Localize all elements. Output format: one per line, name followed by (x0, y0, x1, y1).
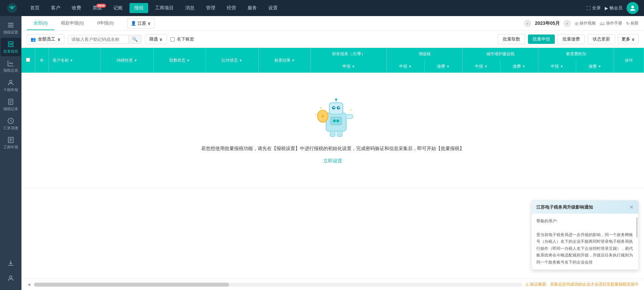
nav-right-actions: ⛶ 全屏 ▶ 畅会员 (586, 2, 639, 14)
filter-icon-vat-dec[interactable]: ▼ (409, 65, 412, 68)
left-arrow-icon[interactable]: ◄ (27, 282, 31, 287)
sidebar-label-batch-tax: 批量报税 (3, 49, 18, 54)
op-video-link[interactable]: ◎ 操作视频 (575, 20, 596, 26)
horizontal-scrollbar[interactable] (34, 283, 522, 287)
employee-select[interactable]: 👥 全部员工 ∨ (27, 34, 64, 44)
book-icon: 📖 (600, 21, 605, 26)
sidebar-item-settlement[interactable]: 汇算清缴 (1, 115, 21, 133)
filter-icon-tax-nature[interactable]: ▼ (134, 59, 138, 62)
nav-accounting[interactable]: 记账 (109, 3, 127, 13)
th-city-declare: 申报 ▼ (463, 60, 500, 73)
sidebar-label-annual-report: 工商年报 (3, 145, 18, 149)
checkbox-label-accounts[interactable]: 名下账套 (170, 36, 194, 42)
filter-icon-compare[interactable]: ▼ (239, 59, 243, 62)
nav-business[interactable]: 工商项目 (150, 3, 178, 13)
province-selector[interactable]: 👤 江苏 ∨ (127, 18, 155, 28)
th-edu-pay: 缴费 ▼ (576, 60, 614, 73)
search-input[interactable] (68, 35, 128, 44)
notification-header: 江苏电子税务局升级影响通知 ✕ (532, 201, 638, 214)
sidebar-item-user-profile[interactable] (1, 272, 21, 285)
filter-icon-fin-dec[interactable]: ▼ (352, 65, 355, 68)
notification-body: 尊敬的用户:受当前电子税务局进一步升级的影响，同一个政务网账号（办税人）名下的企… (532, 214, 638, 270)
fullscreen-button[interactable]: ⛶ 全屏 (586, 5, 601, 11)
nav-service[interactable]: 服务 (243, 3, 262, 13)
th-edu-declare: 申报 ▼ (538, 60, 576, 73)
svg-point-31 (336, 120, 339, 122)
search-button[interactable]: 🔍 (128, 35, 141, 44)
filter-icon-customer[interactable]: ▼ (70, 59, 73, 62)
empty-state-row: ¥ ✦ ✦ ✦ 若您想使用批量报税功能，请先在【报税设置】中进行报税的初始化设置… (21, 73, 644, 188)
nav-billing[interactable]: 收费 (67, 3, 86, 13)
nav-operation[interactable]: 经营 (222, 3, 241, 13)
th-city-pay: 缴费 ▼ (500, 60, 538, 73)
tab-zero-declare[interactable]: 0申报(0) (91, 17, 120, 30)
filter-icon-vat-pay[interactable]: ▼ (446, 65, 450, 68)
sidebar-item-tax-settings[interactable]: 报税设置 (1, 19, 21, 37)
sub-tabs-row: 全部(0) 税款申报(0) 0申报(0) 👤 江苏 ∨ ‹ 2023年05月 › (21, 16, 644, 31)
setup-link[interactable]: 立即设置 (323, 158, 342, 164)
sidebar-item-download[interactable] (1, 257, 21, 269)
bottom-bar: ◄ ⚠ 验证账密、采集信息均成功的企业才会流转至批量报税页面中 (21, 279, 644, 290)
th-financial-group: 财务报表（月/季） (311, 48, 387, 60)
nav-home[interactable]: 首页 (25, 3, 44, 13)
nav-settings[interactable]: 设置 (264, 3, 282, 13)
nav-message[interactable]: 消息 (180, 3, 199, 13)
empty-state-illustration: ¥ ✦ ✦ ✦ (313, 96, 353, 136)
sidebar-item-personal-tax[interactable]: 个税申报 (1, 76, 21, 95)
new-badge: NEW (96, 4, 106, 8)
close-notification-button[interactable]: ✕ (629, 204, 634, 210)
sidebar-item-tax-overview[interactable]: 报税总览 (1, 57, 21, 75)
notif-scroll-thumb (636, 217, 638, 237)
th-financial-declare: 申报 ▼ (311, 60, 387, 73)
notification-scrollbar[interactable] (636, 214, 638, 270)
video-icon: ◎ (575, 21, 578, 26)
th-fetch-status: 取数状态 ▼ (153, 48, 206, 73)
nav-manage[interactable]: 管理 (201, 3, 220, 13)
refresh-button[interactable]: ↻ 刷新 (626, 20, 639, 26)
filter-button[interactable]: 筛选 ∨ (145, 34, 167, 44)
svg-point-21 (333, 107, 335, 108)
next-month-button[interactable]: › (564, 20, 571, 27)
prev-month-button[interactable]: ‹ (524, 20, 531, 27)
status-update-button[interactable]: 状态更新 (588, 34, 615, 44)
svg-point-22 (338, 107, 339, 108)
fullscreen-icon: ⛶ (586, 6, 591, 11)
filter-icon-city-pay[interactable]: ▼ (522, 65, 526, 68)
sidebar-label-personal-tax: 个税申报 (3, 88, 18, 92)
tab-tax-declare[interactable]: 税款申报(0) (54, 17, 91, 30)
accounts-checkbox[interactable] (170, 37, 175, 42)
batch-fetch-button[interactable]: 批量取数 (498, 34, 525, 44)
gear-icon[interactable]: ⚙ (40, 58, 44, 63)
batch-pay-button[interactable]: 批量缴费 (557, 34, 585, 44)
th-vat-group: 增值税 (387, 48, 463, 60)
nav-customer[interactable]: 客户 (46, 3, 65, 13)
tab-all[interactable]: 全部(0) (27, 17, 54, 30)
refresh-icon: ↻ (626, 21, 630, 26)
sidebar-item-tax-records[interactable]: 报税记录 (1, 95, 21, 114)
more-button[interactable]: 更多 ∨ (618, 34, 639, 44)
filter-icon-edu-dec[interactable]: ▼ (560, 65, 564, 68)
scroll-thumb (34, 283, 229, 287)
nav-invoice[interactable]: 票据 NEW (88, 3, 107, 13)
nav-tax[interactable]: 报税 (129, 3, 148, 13)
svg-rect-18 (329, 103, 343, 114)
filter-icon-fetch[interactable]: ▼ (186, 59, 190, 62)
svg-point-5 (9, 80, 12, 82)
svg-text:✦: ✦ (314, 113, 317, 116)
select-all-checkbox[interactable] (26, 58, 30, 62)
svg-rect-27 (330, 131, 335, 137)
sidebar-item-annual-report[interactable]: 工商年报 (1, 134, 21, 152)
filter-icon-edu-pay[interactable]: ▼ (598, 65, 601, 68)
app-logo[interactable] (5, 1, 19, 15)
empty-state-text: 若您想使用批量报税功能，请先在【报税设置】中进行报税的初始化设置，完成密码验证和… (201, 144, 464, 153)
th-check-result: 检查结果 ▼ (258, 48, 311, 73)
batch-declare-button[interactable]: 批量申报 (528, 34, 555, 44)
svg-point-24 (335, 98, 337, 100)
sidebar-item-batch-tax[interactable]: 批量报税 (1, 38, 21, 56)
filter-icon-check[interactable]: ▼ (291, 59, 295, 62)
op-manual-link[interactable]: 📖 操作手册 (600, 20, 622, 26)
top-navigation: 首页 客户 收费 票据 NEW 记账 报税 工商项目 消息 管理 经营 服务 设… (0, 0, 644, 16)
filter-icon-city-dec[interactable]: ▼ (484, 65, 488, 68)
avatar[interactable] (627, 2, 639, 14)
member-button[interactable]: ▶ 畅会员 (605, 5, 623, 11)
